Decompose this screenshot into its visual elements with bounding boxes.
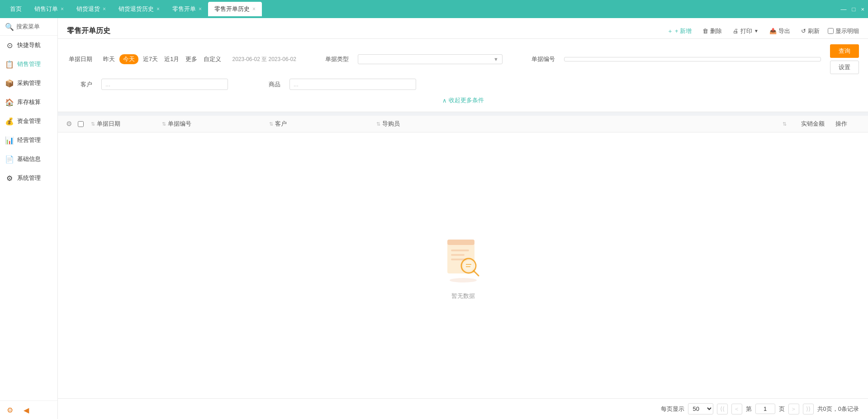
- per-page-select[interactable]: 50 100 200: [688, 403, 713, 414]
- sidebar-collapse-icon[interactable]: ◀: [22, 405, 31, 414]
- next-page-button[interactable]: ＞: [788, 404, 799, 414]
- minimize-btn[interactable]: —: [841, 6, 847, 13]
- col-header-salesperson: 导购员: [382, 120, 783, 128]
- shortcut-yesterday[interactable]: 昨天: [101, 54, 117, 64]
- svg-rect-3: [451, 250, 469, 251]
- refresh-icon: ↺: [801, 28, 806, 34]
- table-settings-icon[interactable]: ⚙: [63, 118, 74, 129]
- set-button[interactable]: 设置: [830, 61, 859, 74]
- query-button[interactable]: 查询: [830, 44, 859, 58]
- sidebar-item-quick-nav[interactable]: ⊙ 快捷导航: [0, 36, 57, 55]
- tab-retail-open-label: 零售开单: [172, 5, 196, 13]
- sort-icon-no: ⇅: [162, 121, 166, 127]
- collapse-label: 收起更多条件: [449, 96, 484, 104]
- order-type-select[interactable]: ▼: [358, 54, 503, 64]
- window-close-btn[interactable]: ×: [861, 6, 864, 13]
- export-label: 导出: [778, 27, 790, 35]
- show-detail-checkbox[interactable]: [828, 28, 834, 34]
- tab-retail-open-history[interactable]: 零售开单历史 ×: [208, 2, 262, 16]
- sidebar-item-sys-mgmt[interactable]: ⚙ 系统管理: [0, 169, 57, 188]
- prev-page-button[interactable]: ＜: [731, 404, 742, 414]
- operations-icon: 📊: [5, 136, 14, 144]
- tab-sales-return-label: 销货退货: [76, 5, 100, 13]
- tab-sales-return-close[interactable]: ×: [103, 6, 106, 12]
- filter-row-1: 单据日期 昨天 今天 近7天 近1月 更多 自定义 2023-06-02 至 2…: [67, 44, 859, 74]
- sidebar: 🔍 搜索菜单 ⊙ 快捷导航 📋 销售管理 📦 采购管理 🏠 库存核算 💰 资金管…: [0, 18, 58, 419]
- collapse-button[interactable]: ∧ 收起更多条件: [67, 94, 859, 106]
- customer-label: 客户: [67, 80, 92, 89]
- tab-bar: 首页 销售订单 × 销货退货 × 销货退货历史 × 零售开单 × 零售开单历史 …: [0, 0, 868, 18]
- sidebar-settings-icon[interactable]: ⚙: [5, 405, 14, 414]
- sys-mgmt-icon: ⚙: [5, 174, 14, 182]
- tab-retail-open-history-close[interactable]: ×: [252, 6, 256, 12]
- last-page-button[interactable]: ⟩⟩: [803, 404, 814, 414]
- tab-home[interactable]: 首页: [4, 2, 28, 16]
- order-no-input[interactable]: [564, 57, 821, 61]
- new-label: + 新增: [675, 27, 692, 35]
- collapse-up-icon: ∧: [442, 97, 447, 104]
- shortcut-more[interactable]: 更多: [184, 54, 199, 64]
- shortcut-1month[interactable]: 近1月: [162, 54, 181, 64]
- sidebar-item-inventory[interactable]: 🏠 库存核算: [0, 93, 57, 112]
- print-label: 打印: [740, 27, 752, 35]
- page-title: 零售开单历史: [67, 26, 110, 36]
- toolbar: ＋ + 新增 🗑 删除 🖨 打印 ▼ 📤 导出 ↺: [664, 25, 859, 37]
- shortcut-today[interactable]: 今天: [119, 54, 138, 64]
- refresh-button[interactable]: ↺ 刷新: [798, 25, 822, 37]
- tab-sales-order[interactable]: 销售订单 ×: [28, 2, 70, 16]
- order-no-label: 单据编号: [530, 55, 555, 63]
- sidebar-item-purchase-mgmt[interactable]: 📦 采购管理: [0, 74, 57, 93]
- customer-input[interactable]: ...: [101, 79, 228, 90]
- purchase-mgmt-icon: 📦: [5, 79, 14, 87]
- sidebar-item-sales-mgmt[interactable]: 📋 销售管理: [0, 55, 57, 74]
- page-number-input[interactable]: [755, 404, 775, 414]
- empty-illustration: [436, 231, 490, 285]
- filter-actions: 查询 设置: [830, 44, 859, 74]
- finance-icon: 💰: [5, 117, 14, 125]
- sidebar-item-operations-label: 经营管理: [17, 136, 41, 144]
- tab-sales-order-close[interactable]: ×: [61, 6, 64, 12]
- col-header-customer: 客户: [275, 120, 365, 128]
- product-input[interactable]: ...: [289, 79, 416, 90]
- shortcut-custom[interactable]: 自定义: [202, 54, 223, 64]
- sidebar-search[interactable]: 🔍 搜索菜单: [0, 18, 57, 36]
- shortcut-7days[interactable]: 近7天: [141, 54, 160, 64]
- tab-sales-return[interactable]: 销货退货 ×: [70, 2, 112, 16]
- svg-rect-2: [447, 240, 474, 245]
- per-page-label: 每页显示: [661, 405, 684, 413]
- table-toolbar: ⚙ ⇅ 单据日期 ⇅ 单据编号 ⇅ 客户 ⇅ 导购员 ⇅ 实销金额 操作: [58, 116, 868, 132]
- table-select-all-checkbox[interactable]: [78, 121, 84, 127]
- page-header: 零售开单历史 ＋ + 新增 🗑 删除 🖨 打印 ▼ 📤 导出: [58, 18, 868, 39]
- delete-button[interactable]: 🗑 删除: [700, 25, 725, 37]
- tab-retail-open-close[interactable]: ×: [199, 6, 202, 12]
- tab-retail-open[interactable]: 零售开单 ×: [166, 2, 208, 16]
- tab-sales-return-history[interactable]: 销货退货历史 ×: [112, 2, 166, 16]
- empty-state: 暂无数据: [58, 132, 868, 398]
- new-button[interactable]: ＋ + 新增: [664, 25, 694, 37]
- sidebar-item-sys-mgmt-label: 系统管理: [17, 174, 41, 182]
- export-icon: 📤: [769, 28, 777, 34]
- col-header-amount: 实销金额: [788, 120, 825, 128]
- sidebar-item-sales-mgmt-label: 销售管理: [17, 60, 41, 68]
- main-layout: 🔍 搜索菜单 ⊙ 快捷导航 📋 销售管理 📦 采购管理 🏠 库存核算 💰 资金管…: [0, 18, 868, 419]
- empty-text: 暂无数据: [451, 292, 475, 300]
- sidebar-bottom: ⚙ ◀: [0, 400, 57, 419]
- export-button[interactable]: 📤 导出: [767, 25, 793, 37]
- first-page-button[interactable]: ⟨⟨: [717, 404, 728, 414]
- sort-icon-amount: ⇅: [783, 121, 787, 127]
- print-arrow-icon: ▼: [754, 28, 759, 33]
- maximize-btn[interactable]: □: [852, 6, 856, 13]
- date-filter-label: 单据日期: [67, 55, 92, 63]
- page-prefix-label: 第: [746, 405, 752, 413]
- sidebar-item-finance[interactable]: 💰 资金管理: [0, 112, 57, 131]
- sidebar-item-basic-info[interactable]: 📄 基础信息: [0, 150, 57, 169]
- delete-label: 删除: [710, 27, 722, 35]
- print-button[interactable]: 🖨 打印 ▼: [730, 25, 761, 37]
- sort-icon-salesperson: ⇅: [376, 121, 380, 127]
- sidebar-item-operations[interactable]: 📊 经营管理: [0, 131, 57, 150]
- inventory-icon: 🏠: [5, 98, 14, 106]
- tab-sales-order-label: 销售订单: [34, 5, 58, 13]
- tab-sales-return-history-close[interactable]: ×: [157, 6, 160, 12]
- sidebar-item-finance-label: 资金管理: [17, 117, 41, 125]
- customer-ellipsis: ...: [105, 81, 110, 88]
